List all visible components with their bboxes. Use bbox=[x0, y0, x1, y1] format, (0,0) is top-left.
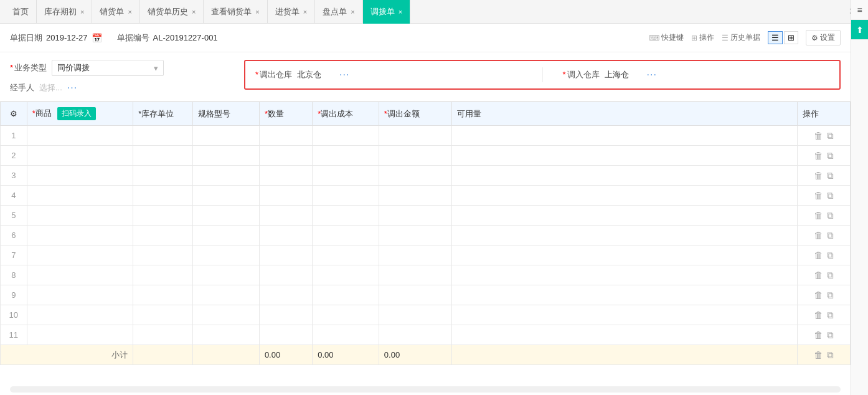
delete-icon[interactable]: 🗑 bbox=[814, 230, 823, 240]
cell-spec[interactable] bbox=[193, 226, 260, 245]
tab-close-transfer-order[interactable]: × bbox=[399, 8, 402, 16]
cell-unit[interactable] bbox=[133, 325, 193, 345]
cell-unit[interactable] bbox=[133, 265, 193, 285]
cell-amount[interactable] bbox=[379, 305, 451, 325]
cell-amount[interactable] bbox=[379, 206, 451, 226]
cell-qty[interactable] bbox=[259, 146, 312, 166]
copy-icon[interactable]: ⧉ bbox=[827, 130, 834, 141]
cell-unit[interactable] bbox=[133, 186, 193, 206]
cell-unit[interactable] bbox=[133, 146, 193, 166]
delete-icon[interactable]: 🗑 bbox=[814, 130, 823, 141]
cell-amount[interactable] bbox=[379, 285, 451, 305]
cell-product[interactable] bbox=[27, 245, 133, 265]
delete-icon[interactable]: 🗑 bbox=[814, 290, 823, 300]
copy-icon[interactable]: ⧉ bbox=[827, 250, 834, 261]
cell-cost[interactable] bbox=[313, 146, 379, 166]
horizontal-scrollbar[interactable] bbox=[10, 386, 841, 393]
cell-product[interactable] bbox=[27, 206, 133, 226]
cell-cost[interactable] bbox=[313, 285, 379, 305]
tab-close-view-sales[interactable]: × bbox=[255, 8, 259, 16]
cell-spec[interactable] bbox=[193, 126, 260, 146]
cell-unit[interactable] bbox=[133, 245, 193, 265]
copy-icon[interactable]: ⧉ bbox=[827, 270, 834, 281]
tab-inventory-init[interactable]: 库存期初 × bbox=[37, 0, 92, 24]
cell-cost[interactable] bbox=[313, 206, 379, 226]
cell-unit[interactable] bbox=[133, 226, 193, 245]
cell-available[interactable] bbox=[452, 305, 798, 325]
tab-sales-history[interactable]: 销货单历史 × bbox=[140, 0, 204, 24]
tab-view-sales[interactable]: 查看销货单 × bbox=[204, 0, 267, 24]
copy-icon[interactable]: ⧉ bbox=[827, 230, 834, 241]
cell-cost[interactable] bbox=[313, 245, 379, 265]
cell-amount[interactable] bbox=[379, 226, 451, 245]
cell-qty[interactable] bbox=[259, 265, 312, 285]
cell-amount[interactable] bbox=[379, 245, 451, 265]
cell-spec[interactable] bbox=[193, 285, 260, 305]
cell-qty[interactable] bbox=[259, 206, 312, 226]
cell-spec[interactable] bbox=[193, 245, 260, 265]
tab-purchase-order[interactable]: 进货单 × bbox=[268, 0, 315, 24]
cell-spec[interactable] bbox=[193, 146, 260, 166]
delete-icon[interactable]: 🗑 bbox=[814, 210, 823, 221]
cell-unit[interactable] bbox=[133, 126, 193, 146]
cell-amount[interactable] bbox=[379, 186, 451, 206]
grid-view-btn[interactable]: ⊞ bbox=[784, 31, 798, 44]
calendar-icon[interactable]: 📅 bbox=[92, 33, 102, 43]
history-action[interactable]: ☰ 历史单据 bbox=[722, 32, 760, 43]
th-gear[interactable]: ⚙ bbox=[1, 102, 27, 126]
cell-cost[interactable] bbox=[313, 305, 379, 325]
cell-available[interactable] bbox=[452, 166, 798, 186]
person-dots-button[interactable]: ··· bbox=[67, 82, 77, 93]
list-view-btn[interactable]: ☰ bbox=[768, 31, 783, 44]
cell-available[interactable] bbox=[452, 206, 798, 226]
cell-spec[interactable] bbox=[193, 305, 260, 325]
cell-available[interactable] bbox=[452, 186, 798, 206]
cell-qty[interactable] bbox=[259, 166, 312, 186]
cell-qty[interactable] bbox=[259, 186, 312, 206]
copy-icon[interactable]: ⧉ bbox=[827, 170, 834, 181]
cell-amount[interactable] bbox=[379, 325, 451, 345]
tab-close-inventory-count[interactable]: × bbox=[351, 8, 354, 16]
copy-icon[interactable]: ⧉ bbox=[827, 210, 834, 221]
cell-qty[interactable] bbox=[259, 305, 312, 325]
cell-spec[interactable] bbox=[193, 166, 260, 186]
tab-home[interactable]: 首页 bbox=[5, 0, 37, 24]
tab-close-inventory-init[interactable]: × bbox=[80, 8, 84, 16]
copy-icon[interactable]: ⧉ bbox=[827, 310, 834, 321]
cell-spec[interactable] bbox=[193, 265, 260, 285]
cell-product[interactable] bbox=[27, 285, 133, 305]
delete-icon[interactable]: 🗑 bbox=[814, 250, 823, 260]
cell-cost[interactable] bbox=[313, 226, 379, 245]
cell-available[interactable] bbox=[452, 265, 798, 285]
operations-action[interactable]: ⊞ 操作 bbox=[691, 32, 714, 43]
cell-amount[interactable] bbox=[379, 146, 451, 166]
cell-cost[interactable] bbox=[313, 186, 379, 206]
cell-available[interactable] bbox=[452, 226, 798, 245]
cell-qty[interactable] bbox=[259, 325, 312, 345]
cell-qty[interactable] bbox=[259, 126, 312, 146]
cell-cost[interactable] bbox=[313, 166, 379, 186]
delete-icon[interactable]: 🗑 bbox=[814, 330, 823, 340]
cell-cost[interactable] bbox=[313, 126, 379, 146]
cell-product[interactable] bbox=[27, 325, 133, 345]
cell-available[interactable] bbox=[452, 146, 798, 166]
cell-qty[interactable] bbox=[259, 226, 312, 245]
cell-product[interactable] bbox=[27, 265, 133, 285]
cell-product[interactable] bbox=[27, 226, 133, 245]
cell-unit[interactable] bbox=[133, 206, 193, 226]
cell-product[interactable] bbox=[27, 126, 133, 146]
right-panel-export-btn[interactable]: ⬆ bbox=[851, 20, 869, 40]
warehouse-out-dots-button[interactable]: ··· bbox=[339, 69, 349, 80]
cell-available[interactable] bbox=[452, 325, 798, 345]
delete-icon[interactable]: 🗑 bbox=[814, 310, 823, 320]
cell-spec[interactable] bbox=[193, 206, 260, 226]
tab-inventory-count[interactable]: 盘点单 × bbox=[315, 0, 362, 24]
setting-button[interactable]: ⚙ 设置 bbox=[806, 30, 841, 45]
delete-icon[interactable]: 🗑 bbox=[814, 190, 823, 201]
delete-icon[interactable]: 🗑 bbox=[814, 170, 823, 181]
person-placeholder[interactable]: 选择... bbox=[39, 82, 62, 93]
subtotal-copy-icon[interactable]: ⧉ bbox=[827, 350, 834, 361]
cell-available[interactable] bbox=[452, 285, 798, 305]
warehouse-in-dots-button[interactable]: ··· bbox=[647, 69, 657, 80]
cell-product[interactable] bbox=[27, 186, 133, 206]
